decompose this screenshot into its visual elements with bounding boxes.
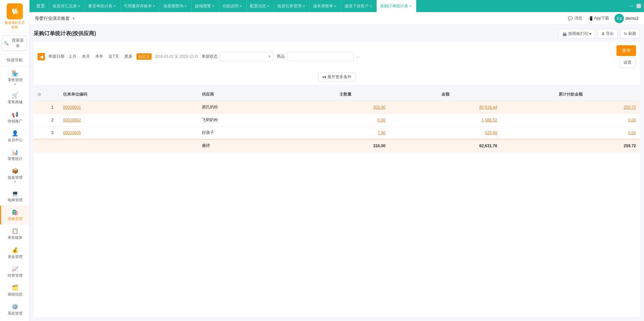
sidebar-item-system[interactable]: ⚙️ 系统管理 <box>0 300 29 319</box>
sidebar-item-enterprise-collab[interactable]: 🤝 企业协同 <box>0 319 29 321</box>
shortcut-nav-button[interactable]: 快捷导航 <box>1 56 28 64</box>
col-index-header <box>46 88 59 101</box>
template-print-button[interactable]: 🖨️ 按模板打印 ▾ <box>558 29 595 39</box>
tab-function-desc[interactable]: 功能说明 ✕ <box>219 0 247 12</box>
row1-amount-link[interactable]: 60,519.44 <box>479 105 497 110</box>
col-settings-icon[interactable]: ⚙ <box>38 92 41 97</box>
date-shortcut-this-month[interactable]: 本月 <box>80 53 92 60</box>
maximize-button[interactable]: ⬜ <box>636 4 641 8</box>
sidebar-item-operations[interactable]: 📈 经营管理 <box>0 262 29 281</box>
query-button[interactable]: 查询 <box>616 45 636 56</box>
tab-config[interactable]: 配置信息 ✕ <box>247 0 274 12</box>
date-custom-badge[interactable]: 自定义 <box>137 53 152 60</box>
tab-invite-downstream[interactable]: 邀请下游客户 ✕ <box>341 0 377 12</box>
query-btn-group: 查询 设置 <box>616 45 636 68</box>
row2-paid-amount: 0.00 <box>501 114 640 126</box>
row2-amount-link[interactable]: 1,586.52 <box>482 118 497 122</box>
status-filter-group: 单据状态 全部 待审核 已审核 ▼ <box>202 52 273 61</box>
row1-qty-link[interactable]: 303.00 <box>373 105 385 110</box>
goods-filter-label: 商品 <box>277 54 285 59</box>
row2-supplier-code-link[interactable]: 00020002 <box>63 118 81 122</box>
row2-amount: 1,586.52 <box>389 114 501 126</box>
row3-amount-link[interactable]: 525.80 <box>485 130 497 135</box>
tab-receive-summary[interactable]: 收发存汇总表 ✕ <box>49 0 85 12</box>
tab-available-inventory[interactable]: 可用量库存账本 ✕ <box>120 0 160 12</box>
row1-supplier-code-link[interactable]: 00020001 <box>63 105 81 110</box>
sidebar-item-member[interactable]: 👤 会员中心 <box>0 127 29 146</box>
row1-paid-link[interactable]: 259.72 <box>624 105 636 110</box>
tab-close-pick-task[interactable]: ✕ <box>302 4 306 8</box>
system-icon: ⚙️ <box>12 304 18 310</box>
tab-purchase-order-stats[interactable]: 采购订单统计表 ✕ <box>377 0 416 12</box>
tab-home[interactable]: 首页 <box>32 0 49 12</box>
tab-close-invite-downstream[interactable]: ✕ <box>369 4 373 8</box>
row1-supplier-code: 00020001 <box>59 101 198 114</box>
wholesale-icon: 📦 <box>12 168 18 174</box>
search-menu-button[interactable]: 🔍 搜索菜单 <box>2 36 27 51</box>
sidebar-item-inventory[interactable]: 📋 库存核算 <box>0 224 29 243</box>
footer-paid-amount: 259.72 <box>501 139 640 152</box>
tab-close-available-inventory[interactable]: ✕ <box>152 4 156 8</box>
message-action[interactable]: 💬 消息 <box>568 15 582 21</box>
tab-close-purchase-stats[interactable]: ✕ <box>112 4 117 8</box>
row3-index: 3 <box>46 126 59 140</box>
logo-area: 畅 畅捷通好生意 标版 <box>0 0 29 33</box>
tab-purchase-stats[interactable]: 要货单统计表 ✕ <box>85 0 120 12</box>
retail-management-icon: 🏪 <box>12 70 18 76</box>
goods-search-input[interactable] <box>287 52 354 61</box>
sidebar-item-finance[interactable]: 💰 资金管理 <box>0 244 29 262</box>
sidebar-item-ecommerce[interactable]: 💻 电商管理 <box>0 187 29 206</box>
tab-cost-adjust[interactable]: 成本调整单 ✕ <box>310 0 341 12</box>
sidebar-item-wholesale[interactable]: 📦 批发管理 ▼ <box>0 164 29 186</box>
sidebar-item-basic-info[interactable]: 🗂️ 基础信息 <box>0 281 29 300</box>
row3-supplier-name: 好孩子 <box>198 126 302 140</box>
export-button[interactable]: ⬇ 导出 <box>598 29 618 39</box>
tab-close-receive-summary[interactable]: ✕ <box>77 4 81 8</box>
date-shortcut-last-month[interactable]: 上月 <box>66 53 78 60</box>
date-shortcut-7days[interactable]: 近7天 <box>107 53 121 60</box>
tab-pick-task[interactable]: 拣货任务管理 ✕ <box>274 0 310 12</box>
col-paid-amount-header: 累计付款金额 <box>501 88 640 101</box>
refresh-button[interactable]: ↻ 刷新 <box>620 29 640 39</box>
sidebar-item-retail-management[interactable]: 🏪 零售管理 ▲ <box>0 67 29 89</box>
sidebar-nav: 🏪 零售管理 ▲ 🛒 零售商城 📢 营销推广 👤 会员中心 📊 零售统计 📦 批… <box>0 67 29 321</box>
goods-more-icon[interactable]: ··· <box>356 54 360 59</box>
sidebar-item-retail-stats[interactable]: 📊 零售统计 <box>0 146 29 164</box>
tab-shelf-life[interactable]: 保质期查询 ✕ <box>160 0 192 12</box>
row3-qty-link[interactable]: 7.00 <box>378 130 385 135</box>
date-shortcut-this-year[interactable]: 本年 <box>93 53 105 60</box>
workspace-selector[interactable]: 母婴行业演示账套 ▼ <box>35 15 75 21</box>
tab-close-config[interactable]: ✕ <box>266 4 270 8</box>
tab-close-overstock[interactable]: ✕ <box>211 4 215 8</box>
table-body: 1 00020001 惠氏奶粉 303.00 60,519.44 259.72 <box>34 101 640 140</box>
date-shortcuts: 上月 本月 本年 近7天 更多 <box>66 53 135 60</box>
date-shortcut-more[interactable]: 更多 <box>122 53 135 60</box>
table-container: ⚙ 往来单位编码 供应商 主数量 金额 累计付款金额 1 <box>34 88 640 317</box>
expand-more-button[interactable]: ▾▾ 展开更多条件 <box>318 72 356 82</box>
tab-close-function-desc[interactable]: ✕ <box>238 4 243 8</box>
status-select[interactable]: 全部 待审核 已审核 <box>220 52 273 61</box>
filter-collapse-button[interactable]: ◀ <box>38 53 45 60</box>
status-filter-label: 单据状态 <box>202 54 218 59</box>
tab-close-shelf-life[interactable]: ✕ <box>183 4 188 8</box>
tab-overstock[interactable]: 超储预警 ✕ <box>192 0 219 12</box>
sidebar-item-marketing[interactable]: 📢 营销推广 <box>0 108 29 127</box>
app-download-action[interactable]: 📲 App下载 <box>588 15 609 21</box>
row3-supplier-code-link[interactable]: 00020005 <box>63 130 81 135</box>
row3-supplier-code: 00020005 <box>59 126 198 140</box>
sidebar-item-retail-mall[interactable]: 🛒 零售商城 <box>0 89 29 108</box>
row2-main-qty: 6.00 <box>302 114 389 126</box>
settings-button[interactable]: 设置 <box>619 57 636 68</box>
basic-info-icon: 🗂️ <box>12 284 18 291</box>
minimize-button[interactable]: — <box>630 4 634 8</box>
row3-paid-link[interactable]: 0.00 <box>628 130 636 135</box>
user-profile-action[interactable]: Ea demo2 <box>614 14 639 23</box>
tab-close-cost-adjust[interactable]: ✕ <box>333 4 337 8</box>
col-supplier-code-header: 往来单位编码 <box>59 88 198 101</box>
row2-paid-link[interactable]: 0.00 <box>628 118 636 122</box>
tab-close-purchase-order-stats[interactable]: ✕ <box>408 4 413 8</box>
ecommerce-icon: 💻 <box>12 190 18 197</box>
sidebar-item-purchase[interactable]: 🛍️ 采购管理 <box>0 206 29 224</box>
row2-qty-link[interactable]: 6.00 <box>378 118 385 122</box>
col-main-qty-header: 主数量 <box>302 88 389 101</box>
